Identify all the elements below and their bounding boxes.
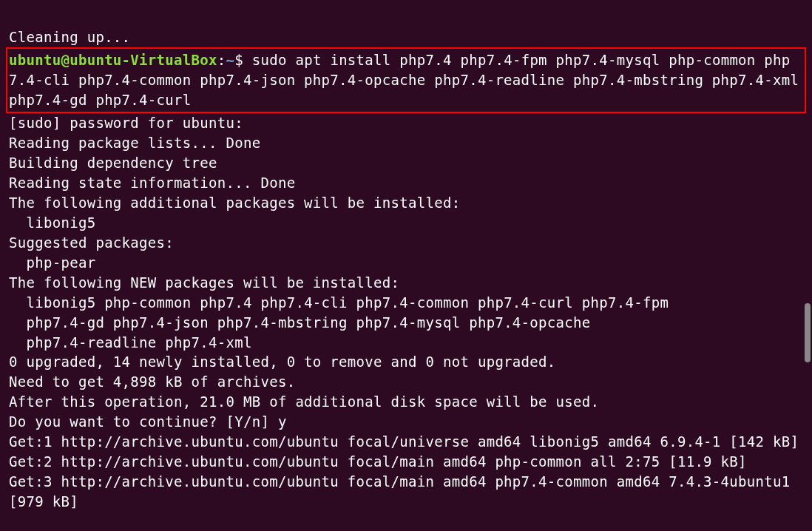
prompt-dollar: $ [234,52,243,68]
output-line: Get:2 http://archive.ubuntu.com/ubuntu f… [9,453,747,470]
output-line: php-pear [9,254,95,271]
output-line: After this operation, 21.0 MB of additio… [9,393,599,410]
output-line: Suggested packages: [9,234,174,251]
output-line: Get:3 http://archive.ubuntu.com/ubuntu f… [9,473,799,510]
output-line: Reading state information... Done [9,175,295,191]
output-line: Need to get 4,898 kB of archives. [9,373,295,390]
output-line: libonig5 [9,214,95,231]
scrollbar[interactable] [803,0,811,531]
output-line: Do you want to continue? [Y/n] y [9,413,287,430]
prompt-colon: : [217,52,226,68]
scrollbar-thumb[interactable] [805,303,811,362]
prompt-user: ubuntu@ubuntu-VirtualBox [9,52,217,68]
terminal-output[interactable]: Cleaning up... ubuntu@ubuntu-VirtualBox:… [9,7,803,512]
highlighted-command-box: ubuntu@ubuntu-VirtualBox:~$ sudo apt ins… [6,47,806,113]
output-line: The following additional packages will b… [9,195,460,211]
prompt-path: ~ [226,52,235,68]
output-line: php7.4-gd php7.4-json php7.4-mbstring ph… [9,314,591,331]
output-line: Reading package lists... Done [9,135,260,151]
output-line: php7.4-readline php7.4-xml [9,334,252,351]
output-line: 0 upgraded, 14 newly installed, 0 to rem… [9,354,556,370]
output-line: libonig5 php-common php7.4 php7.4-cli ph… [9,294,669,311]
output-line: [sudo] password for ubuntu: [9,115,243,131]
output-line: Get:1 http://archive.ubuntu.com/ubuntu f… [9,433,799,450]
output-line: The following NEW packages will be insta… [9,274,399,291]
output-line: Cleaning up... [9,29,130,45]
output-line: Building dependency tree [9,155,217,171]
